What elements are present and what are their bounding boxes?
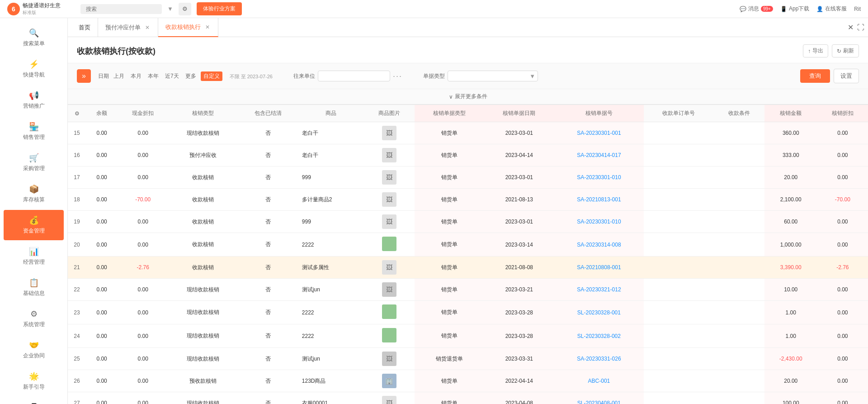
refresh-button[interactable]: ↻ 刷新 (832, 44, 859, 57)
sidebar-item-ops-mgmt[interactable]: 📊经营管理 (4, 241, 64, 271)
sidebar-item-newbie[interactable]: 🌟新手引导 (4, 366, 64, 396)
col-header-cancel_bill_no: 核销单据号 (554, 105, 644, 122)
sidebar-item-purchase-mgmt[interactable]: 🛒采购管理 (4, 147, 64, 178)
sidebar-item-smart-hw[interactable]: 📱智能硬件 (4, 397, 64, 404)
cell-product: 999 (298, 166, 364, 189)
close-tab-button[interactable]: ✕ (848, 23, 854, 32)
bill-no-link[interactable]: SA-20210808-001 (577, 264, 621, 271)
cell-cancel_discount: 0.00 (817, 166, 868, 189)
cell-product_image (364, 301, 415, 324)
filter-settings-button[interactable]: 设置 (834, 69, 859, 83)
table-row: 240.000.00现结收款核销否2222销货单2023-03-28SL-202… (68, 324, 868, 348)
cell-cash_discount: 0.00 (118, 166, 168, 189)
sidebar-item-basic-info[interactable]: 📋基础信息 (4, 272, 64, 303)
cell-include_settled: 否 (238, 324, 298, 348)
bill-no-link[interactable]: SL-20230328-001 (577, 309, 621, 316)
date-link-more[interactable]: 更多 (184, 71, 198, 81)
app-download-button[interactable]: 📱 App下载 (780, 5, 809, 13)
settings-col-icon[interactable]: ⚙ (75, 110, 80, 117)
cell-cancel_type: 收款核销 (168, 189, 238, 211)
page-title: 收款核销执行(按收款) (77, 46, 156, 57)
query-button[interactable]: 查询 (800, 69, 830, 83)
cell-cancel_discount: 0.00 (817, 144, 868, 166)
cell-cancel_bill_no: SL-20230328-001 (554, 301, 644, 324)
cell-receipt_order_no (644, 392, 713, 404)
gear-settings-button[interactable]: ⚙ (179, 3, 191, 15)
maximize-tab-button[interactable]: ⛶ (857, 24, 864, 32)
expand-filter-button[interactable]: » (77, 69, 91, 83)
cell-product: 衣服00001 (298, 392, 364, 404)
top-search-input[interactable] (80, 4, 162, 14)
tab-prepay[interactable]: 预付冲应付单✕ (98, 18, 158, 37)
top-bar: 6 畅捷通谱好生意 标准版 ▼ ⚙ 体验行业方案 💬 消息 99+ 📱 App下… (0, 0, 868, 18)
cell-cancel_bill_date: 2023-03-28 (484, 301, 554, 324)
table-row: 160.000.00预付冲应收否老白干🖼销货单2023-04-14SA-2023… (68, 144, 868, 166)
cell-cancel_type: 现结收款核销 (168, 122, 238, 144)
col-header-cancel_bill_type: 核销单据类型 (415, 105, 484, 122)
tab-collection[interactable]: 收款核销执行✕ (158, 18, 218, 37)
cell-product_image: 🖼 (364, 211, 415, 233)
bill-no-link[interactable]: SA-20230301-010 (577, 219, 621, 225)
sidebar-label-purchase-mgmt: 采购管理 (23, 165, 45, 172)
bill-no-link[interactable]: ABC-001 (588, 378, 610, 384)
sidebar-item-sales-mgmt[interactable]: 🏪销售管理 (4, 116, 64, 147)
bill-no-link[interactable]: SL-20230408-001 (577, 400, 621, 404)
dots-icon[interactable]: ··· (393, 71, 402, 81)
export-button[interactable]: ↑ 导出 (803, 44, 828, 57)
cell-cancel_type: 收款核销 (168, 211, 238, 233)
date-link-this-month[interactable]: 本月 (129, 71, 143, 81)
table-row: 230.000.00现结收款核销否2222销货单2023-03-28SL-202… (68, 301, 868, 324)
online-service-button[interactable]: 👤 在线客服 (816, 5, 847, 13)
expand-more-button[interactable]: ∨ 展开更多条件 (449, 93, 487, 100)
tab-home[interactable]: 首页 (71, 18, 98, 37)
sidebar-item-corp-collab[interactable]: 🤝企业协同 (4, 335, 64, 365)
sidebar-item-search-menu[interactable]: 🔍搜索菜单 (4, 23, 64, 53)
cell-cancel_amount: 1.00 (764, 301, 817, 324)
cell-cancel_bill_no: ABC-001 (554, 370, 644, 392)
bill-no-link[interactable]: SA-20230414-017 (577, 152, 621, 158)
bill-no-link[interactable]: SA-20230301-010 (577, 174, 621, 181)
cell-cancel_type: 收款核销 (168, 233, 238, 257)
sidebar-item-sys-mgmt[interactable]: ⚙系统管理 (4, 304, 64, 334)
cell-cancel_amount: 360.00 (764, 122, 817, 144)
user-name[interactable]: Rit (854, 6, 861, 12)
dropdown-arrow-icon[interactable]: ▼ (167, 5, 173, 12)
cell-cancel_discount: 0.00 (817, 392, 868, 404)
cell-receipt_order_no (644, 233, 713, 257)
from-unit-input[interactable] (318, 71, 390, 81)
tab-close-prepay[interactable]: ✕ (144, 24, 151, 32)
bill-no-link[interactable]: SA-20210813-001 (577, 196, 621, 203)
date-link-this-year[interactable]: 本年 (146, 71, 160, 81)
filter-row: » 日期 上月 本月 本年 近7天 更多 自定义 (77, 69, 859, 83)
page-inner: 收款核销执行(按收款) ↑ 导出 ↻ 刷新 (68, 37, 868, 404)
cell-balance: 0.00 (86, 122, 118, 144)
cell-product: 2222 (298, 324, 364, 348)
sidebar-icon-newbie: 🌟 (29, 371, 39, 381)
cell-cancel_discount: -70.00 (817, 189, 868, 211)
bill-no-link[interactable]: SA-20230301-001 (577, 130, 621, 136)
trial-industry-button[interactable]: 体验行业方案 (197, 2, 242, 15)
message-button[interactable]: 💬 消息 99+ (740, 5, 773, 13)
col-header-receipt_order_no: 收款单订单号 (644, 105, 713, 122)
cell-receipt_order_no (644, 144, 713, 166)
bill-no-link[interactable]: SA-20230314-008 (577, 242, 621, 248)
date-link-last-month[interactable]: 上月 (112, 71, 126, 81)
bill-type-input[interactable] (448, 71, 538, 81)
bill-no-link[interactable]: SA-20230321-012 (577, 286, 621, 293)
tab-close-collection[interactable]: ✕ (204, 23, 211, 31)
cell-cancel_bill_no: SA-20230301-010 (554, 211, 644, 233)
sidebar-label-inventory: 库存核算 (23, 196, 45, 204)
sidebar-item-inventory[interactable]: 📦库存核算 (4, 179, 64, 209)
cell-receipt_order_no (644, 348, 713, 370)
sidebar-item-quick-nav[interactable]: ⚡快捷导航 (4, 54, 64, 84)
cell-cancel_discount: 0.00 (817, 370, 868, 392)
table-row: 220.000.00现结收款核销否测试jun🖼销货单2023-03-21SA-2… (68, 279, 868, 301)
cell-balance: 0.00 (86, 233, 118, 257)
sidebar-item-marketing[interactable]: 📢营销推广 (4, 85, 64, 115)
sidebar-label-basic-info: 基础信息 (23, 290, 45, 297)
date-link-custom[interactable]: 自定义 (201, 71, 222, 81)
sidebar-item-fund-mgmt[interactable]: 💰资金管理 (4, 210, 64, 240)
bill-no-link[interactable]: SL-20230328-002 (577, 333, 621, 339)
date-link-7days[interactable]: 近7天 (163, 71, 181, 81)
bill-no-link[interactable]: SA-20230331-026 (577, 356, 621, 362)
